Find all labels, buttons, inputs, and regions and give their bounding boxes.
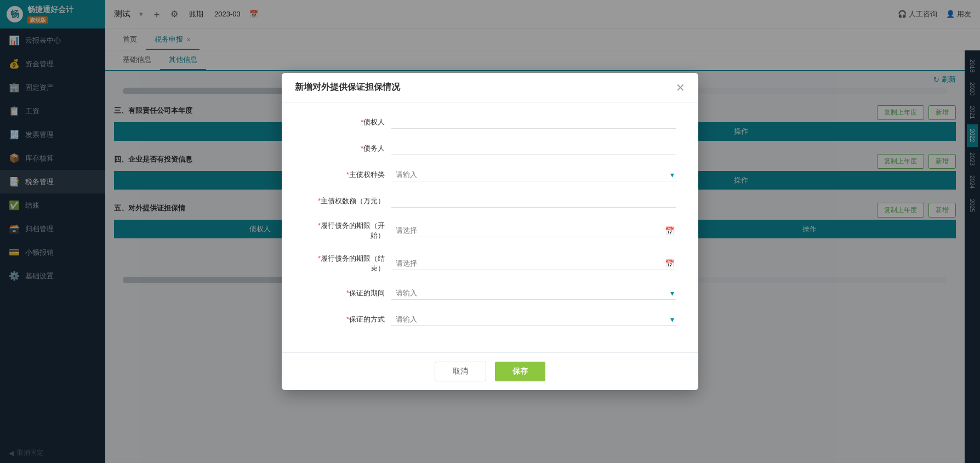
claim-type-input[interactable] — [391, 168, 670, 181]
period-start-date[interactable]: 📅 — [391, 224, 676, 237]
form-row-guarantee-period: *保证的期间 ▾ — [304, 287, 676, 300]
save-button[interactable]: 保存 — [495, 362, 545, 381]
debtor-label: *债务人 — [304, 144, 391, 153]
period-end-calendar-icon[interactable]: 📅 — [665, 259, 676, 268]
cancel-button[interactable]: 取消 — [435, 362, 486, 381]
claim-type-chevron-icon: ▾ — [670, 170, 676, 179]
claim-amount-label: *主债权数额（万元） — [304, 196, 391, 206]
dialog-body: *债权人 *债务人 *主债权种类 ▾ — [282, 102, 698, 352]
guarantee-method-chevron-icon: ▾ — [670, 315, 676, 324]
form-row-claim-type: *主债权种类 ▾ — [304, 168, 676, 181]
form-row-creditor: *债权人 — [304, 116, 676, 129]
period-end-label: *履行债务的期限（结束） — [304, 254, 391, 273]
add-guarantee-dialog: 新增对外提供保证担保情况 ✕ *债权人 *债务人 *主债权种类 — [282, 73, 698, 390]
period-end-input[interactable] — [391, 257, 665, 270]
claim-amount-input[interactable] — [391, 195, 676, 208]
creditor-input[interactable] — [391, 116, 676, 129]
debtor-input[interactable] — [391, 142, 676, 155]
dialog-overlay[interactable]: 新增对外提供保证担保情况 ✕ *债权人 *债务人 *主债权种类 — [0, 0, 980, 463]
form-row-period-end: *履行债务的期限（结束） 📅 — [304, 254, 676, 273]
guarantee-method-label: *保证的方式 — [304, 315, 391, 324]
guarantee-period-label: *保证的期间 — [304, 288, 391, 298]
claim-type-select[interactable]: ▾ — [391, 168, 676, 181]
guarantee-period-select[interactable]: ▾ — [391, 287, 676, 300]
dialog-header: 新增对外提供保证担保情况 ✕ — [282, 73, 698, 102]
claim-type-label: *主债权种类 — [304, 170, 391, 180]
period-start-label: *履行债务的期限（开始） — [304, 221, 391, 241]
guarantee-period-input[interactable] — [391, 287, 670, 299]
form-row-period-start: *履行债务的期限（开始） 📅 — [304, 221, 676, 241]
dialog-footer: 取消 保存 — [282, 352, 698, 390]
period-start-input[interactable] — [391, 224, 665, 237]
form-row-debtor: *债务人 — [304, 142, 676, 155]
guarantee-period-chevron-icon: ▾ — [670, 289, 676, 298]
form-row-guarantee-method: *保证的方式 ▾ — [304, 313, 676, 326]
dialog-close-button[interactable]: ✕ — [676, 82, 685, 93]
form-row-claim-amount: *主债权数额（万元） — [304, 195, 676, 208]
period-end-date[interactable]: 📅 — [391, 257, 676, 270]
guarantee-method-select[interactable]: ▾ — [391, 313, 676, 326]
period-start-calendar-icon[interactable]: 📅 — [665, 226, 676, 235]
creditor-label: *债权人 — [304, 117, 391, 127]
dialog-title: 新增对外提供保证担保情况 — [295, 82, 400, 93]
guarantee-method-input[interactable] — [391, 313, 670, 325]
